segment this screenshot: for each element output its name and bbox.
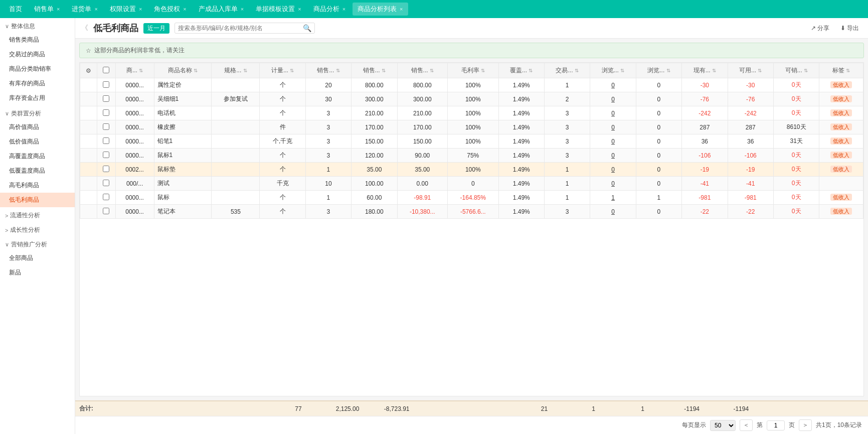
row-checkbox[interactable]: [97, 191, 115, 205]
search-icon[interactable]: 🔍: [303, 24, 311, 32]
close-icon[interactable]: ×: [94, 6, 97, 12]
nav-permission[interactable]: 权限设置 ×: [105, 3, 147, 16]
sidebar-item-high-margin[interactable]: 高毛利商品: [0, 178, 75, 193]
sidebar-item-low-margin[interactable]: 低毛利商品: [0, 193, 75, 207]
search-input[interactable]: [178, 25, 303, 32]
sidebar-item-capital[interactable]: 库存资金占用: [0, 91, 75, 105]
row-browse1[interactable]: 0: [590, 120, 636, 134]
row-available-stock: 36: [728, 134, 773, 149]
row-browse2: 0: [636, 78, 681, 92]
col-settings[interactable]: ⚙: [80, 63, 97, 78]
row-checkbox[interactable]: [97, 163, 115, 177]
row-browse1[interactable]: 0: [590, 177, 636, 191]
row-browse1[interactable]: 1: [590, 191, 636, 205]
col-sales-price[interactable]: 销售... ⇅: [352, 63, 397, 78]
col-available-stock[interactable]: 可用... ⇅: [728, 63, 773, 78]
nav-role-auth[interactable]: 角色授权 ×: [149, 3, 191, 16]
nav-template[interactable]: 单据模板设置 ×: [251, 3, 306, 16]
col-coverage[interactable]: 覆盖... ⇅: [498, 63, 544, 78]
sidebar-item-stock-goods[interactable]: 有库存的商品: [0, 76, 75, 91]
page-number-input[interactable]: [767, 420, 785, 430]
nav-product-analysis-list[interactable]: 商品分析列表 ×: [353, 3, 408, 16]
row-browse1[interactable]: 0: [590, 106, 636, 120]
nav-purchase-order[interactable]: 进货单 ×: [67, 3, 102, 16]
col-gross-margin[interactable]: 毛利率 ⇅: [447, 63, 498, 78]
sidebar-group-cluster[interactable]: ∨ 类群置分析: [0, 105, 75, 120]
nav-sales-order[interactable]: 销售单 ×: [29, 3, 65, 16]
col-sales-profit[interactable]: 销售... ⇅: [397, 63, 447, 78]
sidebar-item-all-goods[interactable]: 全部商品: [0, 251, 75, 265]
time-filter-btn[interactable]: 近一月: [143, 23, 169, 34]
row-browse1[interactable]: 0: [590, 92, 636, 106]
row-name: 鼠标1: [154, 149, 212, 163]
row-browse1[interactable]: 0: [590, 78, 636, 92]
prev-page-button[interactable]: ＜: [740, 419, 753, 431]
sidebar-item-high-value[interactable]: 高价值商品: [0, 120, 75, 134]
row-coverage: 1.49%: [498, 177, 544, 191]
sidebar-item-low-coverage[interactable]: 低覆盖度商品: [0, 164, 75, 178]
col-tag[interactable]: 标签 ⇅: [819, 63, 863, 78]
col-checkbox[interactable]: [97, 63, 115, 78]
close-icon[interactable]: ×: [342, 6, 345, 12]
row-checkbox[interactable]: [97, 134, 115, 149]
close-icon[interactable]: ×: [183, 6, 186, 12]
close-icon[interactable]: ×: [400, 6, 403, 12]
row-checkbox[interactable]: [97, 149, 115, 163]
nav-product-in[interactable]: 产成品入库单 ×: [194, 3, 249, 16]
row-checkbox[interactable]: [97, 78, 115, 92]
row-browse1[interactable]: 0: [590, 149, 636, 163]
close-icon[interactable]: ×: [298, 6, 301, 12]
col-sellable-days[interactable]: 可销... ⇅: [773, 63, 819, 78]
col-spec[interactable]: 规格... ⇅: [212, 63, 260, 78]
row-browse2: 0: [636, 120, 681, 134]
sidebar-group-marketing[interactable]: ∨ 营销推广分析: [0, 236, 75, 251]
row-browse1[interactable]: 0: [590, 205, 636, 219]
nav-product-analysis[interactable]: 商品分析 ×: [308, 3, 351, 16]
row-checkbox[interactable]: [97, 92, 115, 106]
page-size-select[interactable]: 50 100 200: [710, 420, 736, 431]
export-icon: ⬇: [840, 25, 845, 32]
col-transaction[interactable]: 交易... ⇅: [544, 63, 590, 78]
close-icon[interactable]: ×: [57, 6, 60, 12]
sidebar-item-new-goods[interactable]: 新品: [0, 265, 75, 280]
col-unit[interactable]: 计量... ⇅: [260, 63, 305, 78]
next-page-button[interactable]: ＞: [799, 419, 812, 431]
col-current-stock[interactable]: 现有... ⇅: [682, 63, 728, 78]
sidebar-group-overall[interactable]: ∨ 整体信息: [0, 18, 75, 33]
col-browse2[interactable]: 浏览... ⇅: [636, 63, 681, 78]
row-checkbox[interactable]: [97, 177, 115, 191]
sidebar-item-sales-goods[interactable]: 销售类商品: [0, 33, 75, 47]
sidebar-item-traded-goods[interactable]: 交易过的商品: [0, 47, 75, 62]
row-coverage: 1.49%: [498, 149, 544, 163]
close-icon[interactable]: ×: [139, 6, 142, 12]
collapse-sidebar-icon[interactable]: 《: [81, 24, 88, 33]
row-checkbox[interactable]: [97, 120, 115, 134]
col-browse1[interactable]: 浏览... ⇅: [590, 63, 636, 78]
row-browse1[interactable]: 0: [590, 134, 636, 149]
sidebar-item-low-value[interactable]: 低价值商品: [0, 134, 75, 149]
page-header: 《 低毛利商品 近一月 🔍 ↗ 分享 ⬇ 导出: [75, 18, 868, 39]
col-sales-count[interactable]: 销售... ⇅: [305, 63, 351, 78]
col-code[interactable]: 商... ⇅: [115, 63, 154, 78]
header-actions: ↗ 分享 ⬇ 导出: [808, 23, 862, 34]
row-checkbox[interactable]: [97, 106, 115, 120]
page-title: 低毛利商品: [93, 22, 138, 34]
row-available-stock: 287: [728, 120, 773, 134]
row-checkbox[interactable]: [97, 205, 115, 219]
row-sales-count: 10: [305, 177, 351, 191]
row-name: 吴细细1: [154, 92, 212, 106]
sidebar-item-high-coverage[interactable]: 高覆盖度商品: [0, 149, 75, 164]
select-all-checkbox[interactable]: [103, 67, 109, 73]
sidebar-item-category-rate[interactable]: 商品分类助销率: [0, 62, 75, 76]
row-browse1[interactable]: 0: [590, 163, 636, 177]
export-button[interactable]: ⬇ 导出: [837, 23, 862, 34]
col-name[interactable]: 商品名称 ⇅: [154, 63, 212, 78]
total-records-label: 共1页，10条记录: [816, 421, 862, 429]
row-name: 铅笔1: [154, 134, 212, 149]
sidebar-group-flow[interactable]: > 流通性分析: [0, 207, 75, 222]
nav-home[interactable]: 首页: [4, 3, 27, 16]
sidebar-group-growth[interactable]: > 成长性分析: [0, 222, 75, 236]
close-icon[interactable]: ×: [241, 6, 244, 12]
row-code: 0000...: [115, 78, 154, 92]
share-button[interactable]: ↗ 分享: [808, 23, 832, 34]
